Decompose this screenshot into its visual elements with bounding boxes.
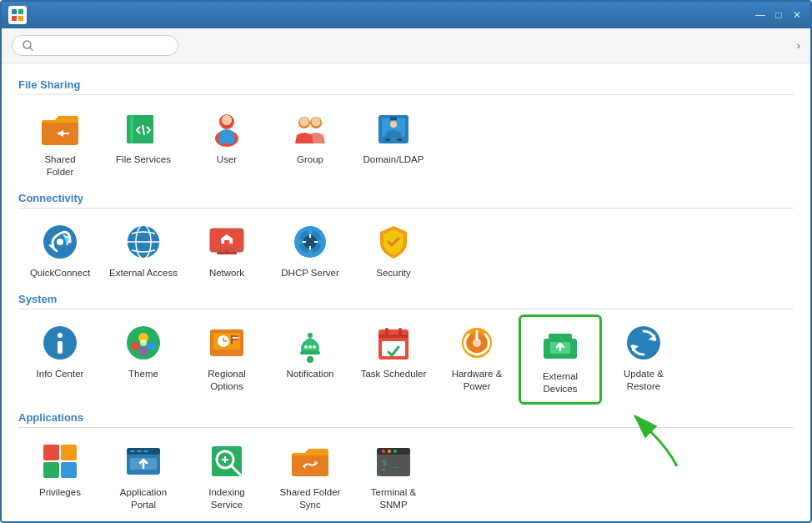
icon-item-task-scheduler[interactable]: Task Scheduler [352,314,435,405]
icon-item-regional-options[interactable]: Regional Options [185,314,268,405]
icon-item-external-devices[interactable]: External Devices [519,314,602,405]
svg-line-5 [30,48,33,51]
svg-point-42 [318,239,323,244]
svg-rect-89 [61,445,77,460]
restore-button[interactable]: □ [772,8,785,22]
icon-label-info-center: Info Center [37,368,84,380]
icon-label-shared-folder: Shared Folder [44,153,75,179]
icon-label-domain-ldap: Domain/LDAP [363,153,424,166]
svg-point-82 [473,339,481,347]
svg-rect-88 [43,445,59,460]
svg-point-4 [23,41,31,48]
svg-point-19 [312,118,321,127]
svg-rect-91 [61,462,77,478]
icon-application-portal [122,440,165,483]
icon-item-privileges[interactable]: Privileges [18,433,102,518]
svg-point-57 [140,339,147,346]
icon-label-quickconnect: QuickConnect [30,267,90,279]
icon-notification [288,321,332,365]
svg-rect-22 [390,117,397,120]
section-title-file-sharing: File Sharing [18,78,794,95]
svg-rect-25 [397,138,402,141]
titlebar: — □ ✕ [2,2,810,28]
icon-item-external-access[interactable]: External Access [102,214,185,286]
svg-rect-35 [224,240,229,244]
icon-item-application-portal[interactable]: Application Portal [102,433,185,518]
icon-label-theme: Theme [128,368,158,380]
icon-label-dhcp-server: DHCP Server [281,267,338,279]
icon-label-regional-options: Regional Options [208,368,245,393]
icon-item-indexing-service[interactable]: Indexing Service [185,433,268,518]
icon-quickconnect [38,220,82,264]
svg-rect-84 [549,334,572,340]
section-title-system: System [18,293,794,309]
icon-label-indexing-service: Indexing Service [208,486,244,511]
minimize-button[interactable]: — [754,8,767,22]
icon-external-access [122,220,165,264]
svg-point-54 [131,342,139,350]
icon-label-user: User [217,153,237,166]
icon-label-hardware-power: Hardware & Power [452,368,503,393]
svg-point-73 [308,345,312,349]
svg-rect-3 [18,16,23,21]
svg-text:$ _: $ _ [382,457,398,468]
icon-item-network[interactable]: Network [185,214,268,286]
svg-rect-51 [58,341,63,354]
svg-rect-37 [225,250,228,253]
icon-label-update-restore: Update & Restore [624,368,664,393]
icon-item-shared-folder[interactable]: Shared Folder [18,100,102,185]
icon-item-dhcp-server[interactable]: DHCP Server [268,214,352,286]
icon-label-shared-folder-sync: Shared Folder Sync [280,486,341,511]
icon-item-group[interactable]: Group [268,100,352,185]
svg-rect-76 [378,334,409,338]
icon-theme [122,321,165,365]
svg-point-70 [308,333,313,338]
svg-rect-71 [300,351,320,355]
icon-item-shared-folder-sync[interactable]: Shared Folder Sync [268,433,352,518]
icon-label-file-services: File Services [116,153,171,166]
svg-rect-66 [232,339,238,340]
section-title-applications: Applications [18,411,794,428]
search-input[interactable] [38,39,163,52]
icon-item-theme[interactable]: Theme [102,314,185,405]
svg-point-106 [382,450,385,453]
svg-rect-2 [12,16,17,21]
icon-shared-folder [38,107,82,150]
icon-label-security: Security [376,267,411,279]
svg-point-50 [58,333,63,338]
svg-rect-0 [12,9,17,14]
close-button[interactable]: ✕ [790,8,804,22]
svg-point-27 [57,239,63,245]
icon-grid-applications: Privileges Application Portal Indexing S… [18,433,794,518]
svg-point-44 [298,239,303,244]
svg-rect-64 [232,335,238,337]
icon-security [372,220,415,264]
search-icon [23,40,33,51]
svg-point-17 [300,118,309,127]
icon-item-quickconnect[interactable]: QuickConnect [18,214,102,286]
icon-item-terminal-snmp[interactable]: $ _ Terminal & SNMP [352,433,435,518]
svg-point-107 [388,450,391,453]
svg-rect-1 [18,9,23,14]
svg-point-55 [148,342,156,350]
chevron-right-icon: › [797,39,800,52]
icon-task-scheduler [372,321,415,365]
icon-item-user[interactable]: User [185,100,268,185]
svg-rect-94 [130,450,135,452]
content: File Sharing Shared Folder File Services… [2,63,810,523]
icon-group [288,107,332,150]
icon-item-domain-ldap[interactable]: Domain/LDAP [352,100,435,185]
svg-point-15 [222,115,232,125]
search-box[interactable] [12,35,178,56]
icon-item-hardware-power[interactable]: Hardware & Power [435,314,519,405]
icon-item-notification[interactable]: Notification [268,314,352,405]
icon-item-update-restore[interactable]: Update & Restore [602,314,685,405]
icon-item-info-center[interactable]: Info Center [18,314,102,405]
icon-item-file-services[interactable]: File Services [102,100,185,185]
icon-label-network: Network [209,267,244,279]
icon-item-security[interactable]: Security [352,214,435,286]
basic-mode-button[interactable]: › [794,39,800,52]
icon-domain-ldap [372,107,415,150]
svg-point-72 [304,345,308,349]
icon-hardware-power [455,321,499,365]
